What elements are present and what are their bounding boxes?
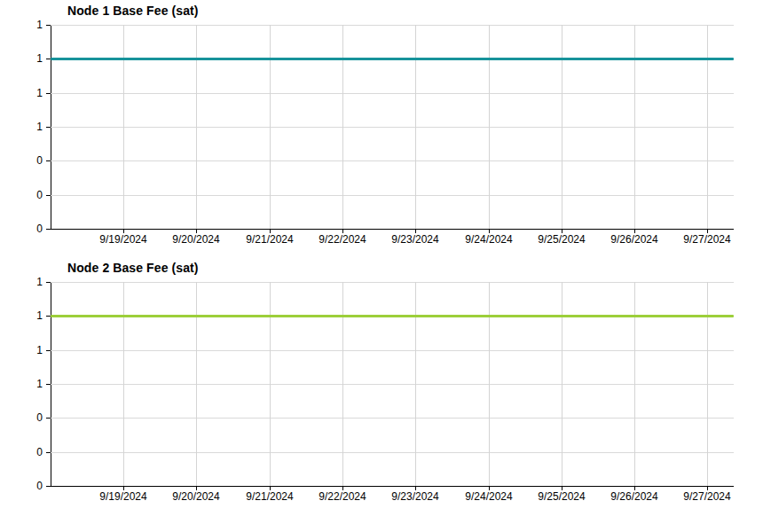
y-axis-tick-label: 0 — [5, 412, 43, 423]
gridline-vertical — [415, 25, 416, 229]
gridline-vertical — [707, 25, 708, 229]
gridline-vertical — [342, 25, 343, 229]
gridline-vertical — [562, 25, 562, 229]
x-axis-tick-label: 9/20/2024 — [161, 490, 232, 503]
gridline-horizontal — [51, 384, 734, 385]
x-axis-tick-label: 9/24/2024 — [453, 490, 524, 503]
y-axis-tick-label: 1 — [5, 53, 43, 64]
gridline-horizontal — [51, 195, 734, 196]
x-axis-tick-label: 9/27/2024 — [672, 233, 743, 246]
gridline-horizontal — [51, 160, 734, 161]
x-axis-tick-label: 9/19/2024 — [88, 233, 159, 246]
gridline-vertical — [489, 282, 490, 486]
y-axis-tick-mark — [46, 316, 51, 317]
gridline-horizontal — [51, 418, 734, 419]
series-line — [51, 58, 734, 60]
x-axis-tick-label: 9/26/2024 — [599, 233, 670, 246]
plot-area — [51, 282, 734, 486]
y-axis-tick-label: 0 — [5, 190, 43, 200]
gridline-vertical — [415, 282, 416, 486]
gridline-vertical — [196, 282, 197, 486]
y-axis-tick-mark — [46, 93, 51, 94]
y-axis-tick-mark — [46, 25, 51, 26]
y-axis-tick-label: 1 — [5, 379, 43, 389]
gridline-vertical — [342, 282, 343, 486]
chart-title: Node 2 Base Fee (sat) — [67, 261, 199, 275]
gridline-vertical — [562, 282, 562, 486]
y-axis-tick-mark — [46, 350, 51, 351]
y-axis-tick-label: 0 — [5, 155, 43, 166]
x-axis-tick-label: 9/25/2024 — [526, 490, 597, 503]
y-axis-tick-mark — [46, 486, 51, 487]
x-axis-tick-label: 9/22/2024 — [307, 490, 378, 503]
gridline-horizontal — [51, 93, 734, 94]
gridline-vertical — [196, 25, 197, 229]
y-axis-tick-mark — [46, 195, 51, 196]
gridline-horizontal — [51, 127, 734, 128]
x-axis-tick-label: 9/23/2024 — [380, 490, 451, 503]
gridline-vertical — [123, 25, 124, 229]
x-axis-line — [51, 486, 734, 487]
x-axis-tick-label: 9/24/2024 — [453, 233, 524, 246]
y-axis-tick-label: 1 — [5, 310, 43, 321]
gridline-horizontal — [51, 282, 734, 283]
x-axis-tick-label: 9/25/2024 — [526, 233, 597, 246]
x-axis-tick-label: 9/19/2024 — [88, 490, 159, 503]
y-axis-tick-mark — [46, 127, 51, 128]
x-axis-tick-label: 9/20/2024 — [161, 233, 232, 246]
x-axis-line — [51, 229, 734, 230]
x-axis-tick-label: 9/22/2024 — [307, 233, 378, 246]
y-axis-tick-mark — [46, 282, 51, 283]
y-axis-tick-mark — [46, 229, 51, 230]
x-axis-tick-label: 9/26/2024 — [599, 490, 670, 503]
y-axis-tick-mark — [46, 418, 51, 419]
y-axis-tick-label: 1 — [5, 20, 43, 30]
gridline-horizontal — [51, 350, 734, 351]
gridline-vertical — [707, 282, 708, 486]
node2-base-fee-chart: Node 2 Base Fee (sat) 11110009/19/20249/… — [0, 257, 763, 532]
gridline-horizontal — [51, 452, 734, 453]
y-axis-tick-label: 0 — [5, 447, 43, 458]
y-axis-tick-label: 1 — [5, 345, 43, 356]
x-axis-tick-label: 9/21/2024 — [234, 490, 305, 503]
x-axis-tick-label: 9/23/2024 — [380, 233, 451, 246]
y-axis-tick-label: 1 — [5, 121, 43, 132]
gridline-vertical — [123, 282, 124, 486]
node1-base-fee-chart: Node 1 Base Fee (sat) 11110009/19/20249/… — [0, 0, 763, 257]
series-line — [51, 315, 734, 317]
gridline-vertical — [489, 25, 490, 229]
x-axis-tick-label: 9/21/2024 — [234, 233, 305, 246]
gridline-horizontal — [51, 25, 734, 26]
gridline-vertical — [270, 282, 271, 486]
gridline-vertical — [634, 25, 635, 229]
y-axis-tick-label: 1 — [5, 88, 43, 98]
chart-title: Node 1 Base Fee (sat) — [67, 4, 199, 18]
y-axis-tick-label: 0 — [5, 481, 43, 491]
plot-area — [51, 25, 734, 229]
y-axis-tick-mark — [46, 59, 51, 59]
x-axis-tick-label: 9/27/2024 — [672, 490, 743, 503]
y-axis-tick-mark — [46, 452, 51, 453]
y-axis-tick-label: 0 — [5, 223, 43, 234]
y-axis-tick-mark — [46, 384, 51, 385]
y-axis-tick-mark — [46, 160, 51, 161]
y-axis-tick-label: 1 — [5, 277, 43, 287]
report-canvas: { "page": { "background": "#ffffff" }, "… — [0, 0, 763, 532]
gridline-vertical — [270, 25, 271, 229]
gridline-vertical — [634, 282, 635, 486]
